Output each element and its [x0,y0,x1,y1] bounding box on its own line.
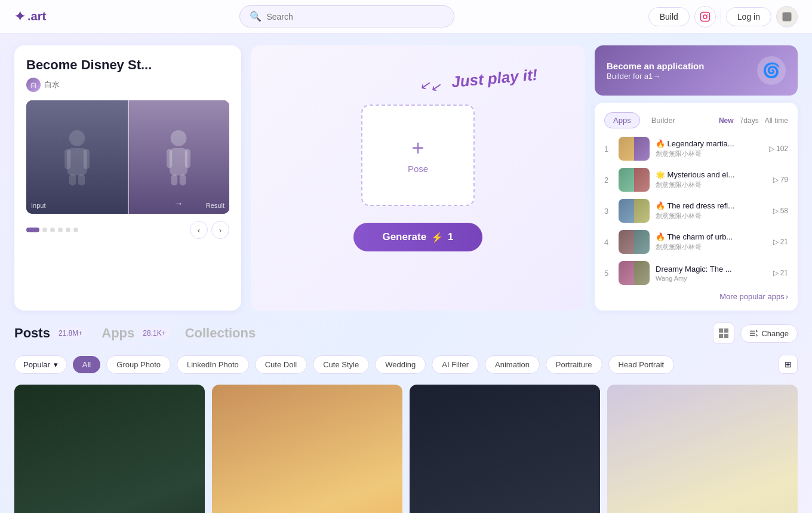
app-plays: ▷ 102 [769,145,788,153]
app-card-title: Become Disney St... [26,57,229,73]
tab-collections-label: Collections [185,325,256,341]
generate-button[interactable]: Generate ⚡ 1 [353,223,482,251]
author-name: 白水 [44,79,60,90]
popular-apps-panel: Apps Builder New 7days All time 1 🔥 Lege… [595,103,798,311]
svg-rect-18 [719,334,723,338]
filter-tag-head-portrait[interactable]: Head Portrait [608,355,675,374]
app-info: 🌟 Mysterious and el... 創意無限小林哥 [656,170,767,189]
app-name: 🔥 The red dress refl... [656,201,767,210]
svg-rect-9 [78,174,85,185]
tab-apps[interactable]: Apps [604,112,640,128]
app-creator: Wang Amy [656,275,767,282]
image-result-half: → Result [128,100,229,214]
login-button[interactable]: Log in [726,7,771,26]
search-input[interactable] [266,12,444,21]
popular-tabs: Apps Builder New 7days All time [604,112,788,128]
change-button[interactable]: Change [740,324,798,343]
search-icon: 🔍 [250,11,262,22]
hero-section: Become Disney St... 白 白水 [0,33,812,322]
svg-rect-15 [180,174,186,185]
play-icon: ▷ [773,176,779,184]
become-builder-card[interactable]: Become an application Builder for a1→ 🌀 [595,45,798,96]
play-icon: ▷ [773,269,779,277]
image-input-half: Input [26,100,128,214]
dot-3 [58,228,63,232]
build-button[interactable]: Build [648,7,690,26]
search-bar[interactable]: 🔍 [239,5,454,27]
carousel-next-button[interactable]: › [211,221,229,239]
app-card: Become Disney St... 白 白水 [14,45,241,311]
app-plays: ▷ 21 [773,238,788,246]
app-rank: 1 [604,145,613,153]
app-thumb [619,199,650,223]
right-panel: Become an application Builder for a1→ 🌀 … [595,45,798,311]
grid-item[interactable] [607,385,798,513]
tab-posts-badge: 21.8M+ [54,327,87,339]
filter-tag-group-photo[interactable]: Group Photo [106,355,171,374]
dot-4 [66,228,70,232]
image-grid [14,385,798,513]
header-divider [721,8,721,25]
carousel-prev-button[interactable]: ‹ [190,221,208,239]
tab-group: Apps Builder [604,112,684,128]
play-count: 21 [780,269,788,277]
sort-dropdown[interactable]: Popular ▾ [14,355,67,374]
grid-view-button[interactable] [713,322,734,344]
dot-2 [50,228,55,232]
instagram-button[interactable] [694,6,716,27]
filter-tag-wedding[interactable]: Wedding [375,355,426,374]
pose-upload-box[interactable]: + Pose [361,105,475,206]
svg-rect-19 [724,334,728,338]
sort-chevron-icon: ▾ [54,360,58,369]
avatar-button[interactable] [776,6,798,27]
svg-rect-17 [724,328,728,333]
app-name: 🌟 Mysterious and el... [656,170,767,179]
tab-builder[interactable]: Builder [642,112,684,128]
tab-apps[interactable]: Apps 28.1K+ [102,325,170,341]
just-play-arrows: ↙↙ [419,76,443,96]
filter-tag-cute-style[interactable]: Cute Style [313,355,369,374]
logo-text: .art [27,10,46,23]
generate-label: Generate [382,231,426,243]
filter-tag-animation[interactable]: Animation [485,355,540,374]
app-name: Dreamy Magic: The ... [656,265,767,274]
app-card-image: Input → Result [26,100,229,214]
app-thumb [619,137,650,161]
svg-point-1 [703,15,707,19]
logo[interactable]: ✦ .art [14,9,46,24]
header-right: Build Log in [648,6,798,27]
time-filter-7days[interactable]: 7days [740,116,759,125]
play-count: 21 [780,238,788,246]
pose-label: Pose [408,164,428,174]
grid-item[interactable] [14,385,205,513]
grid-item[interactable] [410,385,600,513]
header: ✦ .art 🔍 Build Log in [0,0,812,33]
time-filter-alltime[interactable]: All time [765,116,788,125]
grid-item[interactable] [212,385,402,513]
dot-1 [42,228,47,232]
filter-tag-portraiture[interactable]: Portraiture [546,355,602,374]
dot-active [26,228,39,232]
filter-tag-linkedin-photo[interactable]: LinkedIn Photo [177,355,249,374]
filter-tag-cute-doll[interactable]: Cute Doll [255,355,307,374]
filter-tag-ai-filter[interactable]: AI Filter [432,355,479,374]
input-label: Input [31,202,45,209]
svg-rect-16 [719,328,723,333]
more-apps-link[interactable]: More popular apps › [604,292,788,301]
svg-rect-0 [700,12,709,21]
app-list-item: 1 🔥 Legendary martia... 創意無限小林哥 ▷ 102 [604,137,788,161]
filter-bar: Popular ▾ All Group Photo LinkedIn Photo… [14,355,798,374]
app-plays: ▷ 79 [773,176,788,184]
tab-posts[interactable]: Posts 21.8M+ [14,325,87,341]
app-creator: 創意無限小林哥 [656,242,767,251]
time-filter-new[interactable]: New [719,116,734,125]
app-plays: ▷ 58 [773,207,788,215]
svg-rect-13 [185,149,190,168]
tab-collections[interactable]: Collections [185,325,256,341]
carousel-controls: ‹ › [26,221,229,239]
filter-tag-all[interactable]: All [73,356,100,373]
filter-expand-button[interactable]: ⊞ [779,355,798,374]
svg-point-10 [171,130,187,146]
play-icon: ▷ [773,238,779,246]
play-count: 79 [780,176,788,184]
